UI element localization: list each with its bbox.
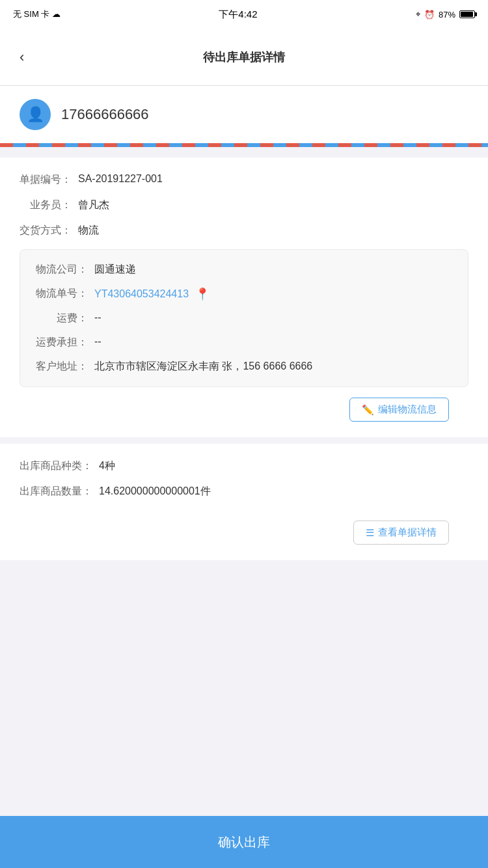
alarm-icon: ⏰ — [424, 10, 435, 20]
document-value: SA-20191227-001 — [78, 173, 468, 185]
logistics-card: 物流公司： 圆通速递 物流单号： YT43064053424413 📍 运费： … — [20, 249, 468, 387]
company-value: 圆通速递 — [94, 263, 452, 277]
dashed-divider — [0, 143, 488, 147]
edit-icon: ✏️ — [362, 404, 374, 416]
address-label: 客户地址： — [36, 360, 88, 373]
view-btn-row: ☰ 查看单据详情 — [20, 510, 468, 545]
tracking-row: 物流单号： YT43064053424413 📍 — [36, 287, 452, 301]
delivery-value: 物流 — [78, 224, 468, 237]
freight-value: -- — [94, 312, 452, 323]
bottom-spacer — [0, 560, 488, 690]
section-separator-1 — [0, 437, 488, 444]
company-label: 物流公司： — [36, 263, 88, 277]
address-value: 北京市市辖区海淀区永丰南 张，156 6666 6666 — [94, 360, 452, 373]
delivery-row: 交货方式： 物流 — [20, 224, 468, 237]
freight-label: 运费： — [36, 312, 88, 325]
avatar-icon: 👤 — [27, 106, 44, 123]
tracking-value: YT43064053424413 📍 — [94, 287, 452, 301]
confirm-bar[interactable]: 确认出库 — [0, 816, 488, 868]
goods-section: 出库商品种类： 4种 出库商品数量： 14.620000000000001件 ☰… — [0, 444, 488, 560]
sim-label: 无 SIM 卡 ☁ — [13, 8, 61, 20]
salesperson-row: 业务员： 曾凡杰 — [20, 198, 468, 212]
status-left: 无 SIM 卡 ☁ — [13, 8, 61, 20]
goods-types-row: 出库商品种类： 4种 — [20, 459, 468, 473]
delivery-label: 交货方式： — [20, 224, 72, 237]
edit-logistics-button[interactable]: ✏️ 编辑物流信息 — [349, 398, 449, 422]
freight-bear-row: 运费承担： -- — [36, 336, 452, 349]
goods-types-value: 4种 — [99, 459, 115, 473]
freight-bear-value: -- — [94, 336, 452, 347]
status-right: ⌖ ⏰ 87% — [416, 9, 475, 20]
battery-percent: 87% — [439, 10, 455, 20]
nav-bar: ‹ 待出库单据详情 — [0, 29, 488, 86]
edit-btn-row: ✏️ 编辑物流信息 — [20, 387, 468, 422]
document-number-row: 单据编号： SA-20191227-001 — [20, 173, 468, 187]
customer-phone: 17666666666 — [61, 106, 149, 123]
page-title: 待出库单据详情 — [203, 49, 285, 65]
customer-header: 👤 17666666666 — [0, 86, 488, 143]
goods-types-label: 出库商品种类： — [20, 459, 92, 473]
document-label: 单据编号： — [20, 173, 72, 187]
freight-bear-label: 运费承担： — [36, 336, 88, 349]
salesperson-label: 业务员： — [20, 198, 72, 212]
confirm-button-label: 确认出库 — [218, 834, 270, 851]
company-row: 物流公司： 圆通速递 — [36, 263, 452, 277]
avatar: 👤 — [20, 99, 51, 130]
battery-icon — [459, 10, 475, 18]
goods-quantity-label: 出库商品数量： — [20, 485, 92, 498]
freight-row: 运费： -- — [36, 312, 452, 325]
status-time: 下午4:42 — [219, 8, 257, 21]
order-info-section: 单据编号： SA-20191227-001 业务员： 曾凡杰 交货方式： 物流 … — [0, 157, 488, 437]
list-icon: ☰ — [366, 527, 374, 539]
goods-quantity-row: 出库商品数量： 14.620000000000001件 — [20, 485, 468, 498]
location-pin-icon[interactable]: 📍 — [195, 287, 210, 301]
back-button[interactable]: ‹ — [13, 42, 31, 72]
location-icon-status: ⌖ — [416, 9, 420, 20]
view-detail-button[interactable]: ☰ 查看单据详情 — [353, 521, 449, 545]
view-detail-label: 查看单据详情 — [378, 526, 437, 539]
edit-logistics-label: 编辑物流信息 — [378, 403, 437, 416]
salesperson-value: 曾凡杰 — [78, 198, 468, 212]
tracking-label: 物流单号： — [36, 287, 88, 301]
address-row: 客户地址： 北京市市辖区海淀区永丰南 张，156 6666 6666 — [36, 360, 452, 373]
status-bar: 无 SIM 卡 ☁ 下午4:42 ⌖ ⏰ 87% — [0, 0, 488, 29]
goods-quantity-value: 14.620000000000001件 — [99, 485, 211, 498]
